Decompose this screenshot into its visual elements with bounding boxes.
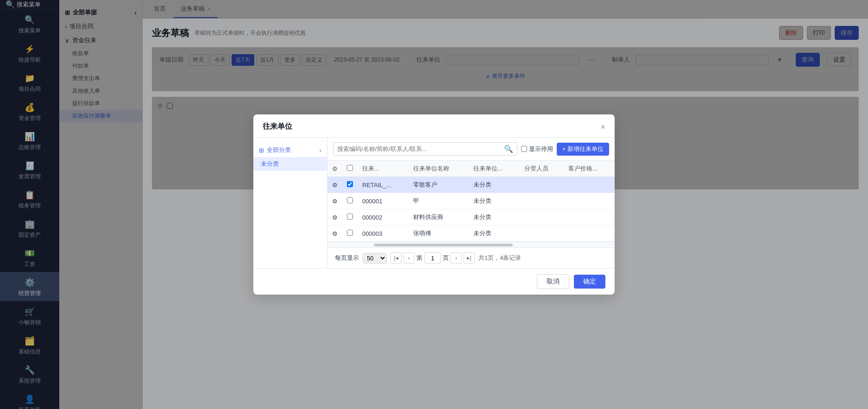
per-page-label: 每页显示 xyxy=(335,254,359,262)
partner-search-wrap: 🔍 xyxy=(333,142,517,156)
show-disabled-checkbox[interactable] xyxy=(521,146,527,152)
row-pricelevel xyxy=(564,193,615,209)
row-gear: ⚙ xyxy=(327,177,342,193)
row-salesperson xyxy=(520,209,564,226)
next-page-btn[interactable]: › xyxy=(451,252,462,264)
select-all-modal[interactable] xyxy=(347,165,353,171)
first-page-btn[interactable]: |◂ xyxy=(390,252,402,264)
category-uncategorized[interactable]: 未分类 xyxy=(253,157,327,171)
modal-category-panel: ⊞ 全部分类 ‹ 未分类 xyxy=(253,138,327,268)
row-salesperson xyxy=(520,193,564,209)
row-name: 材料供应商 xyxy=(409,209,469,226)
page-nav: |◂ ‹ 第 页 › ▸| xyxy=(390,252,475,264)
row-salesperson xyxy=(520,226,564,242)
row-code: RETAIL_... xyxy=(358,177,409,193)
col-salesperson-header: 分管人员 xyxy=(520,161,564,177)
row-category: 未分类 xyxy=(469,209,520,226)
row-category: 未分类 xyxy=(469,226,520,242)
row-category: 未分类 xyxy=(469,193,520,209)
table-header-row: ⚙ 往来... 往来单位名称 往来单位... xyxy=(327,161,615,177)
row-pricelevel xyxy=(564,209,615,226)
modal-title: 往来单位 xyxy=(263,122,292,132)
table-row[interactable]: ⚙ 000002 材料供应商 未分类 xyxy=(327,209,615,226)
col-gear: ⚙ xyxy=(327,161,342,177)
row-check[interactable] xyxy=(342,209,358,226)
row-name: 张萌傅 xyxy=(409,226,469,242)
scroll-thumb xyxy=(374,244,513,246)
table-row[interactable]: ⚙ 000001 甲 未分类 xyxy=(327,193,615,209)
search-icon-modal: 🔍 xyxy=(504,145,513,153)
modal-right-panel: 🔍 显示停用 + 新增往来单位 ⚙ xyxy=(327,138,615,268)
modal-body: ⊞ 全部分类 ‹ 未分类 🔍 显示停用 xyxy=(253,138,615,268)
show-disabled-wrap: 显示停用 xyxy=(521,145,553,153)
row-check[interactable] xyxy=(342,226,358,242)
partner-table: ⚙ 往来... 往来单位名称 往来单位... xyxy=(327,161,615,242)
total-info: 共1页，4条记录 xyxy=(478,254,521,262)
per-page-select[interactable]: 50 100 200 xyxy=(363,253,387,264)
row-gear: ⚙ xyxy=(327,209,342,226)
row-name: 甲 xyxy=(409,193,469,209)
collapse-modal-left-btn[interactable]: ‹ xyxy=(320,147,321,154)
row-pricelevel xyxy=(564,226,615,242)
row-code: 000003 xyxy=(358,226,409,242)
modal-search-bar: 🔍 显示停用 + 新增往来单位 xyxy=(327,138,615,161)
cancel-btn[interactable]: 取消 xyxy=(537,274,569,289)
col-code-header: 往来... xyxy=(358,161,409,177)
all-categories-btn[interactable]: ⊞ 全部分类 ‹ xyxy=(253,143,327,157)
modal-close-btn[interactable]: × xyxy=(600,123,605,131)
table-scrollbar[interactable] xyxy=(327,242,615,247)
table-row[interactable]: ⚙ RETAIL_... 零散客户 未分类 xyxy=(327,177,615,193)
row-pricelevel xyxy=(564,177,615,193)
page-label: 第 xyxy=(416,254,422,262)
add-partner-btn[interactable]: + 新增往来单位 xyxy=(557,143,609,156)
row-check[interactable] xyxy=(342,177,358,193)
prev-page-btn[interactable]: ‹ xyxy=(403,252,415,264)
col-check xyxy=(342,161,358,177)
modal-header: 往来单位 × xyxy=(253,114,615,138)
pagination: 每页显示 50 100 200 |◂ ‹ 第 页 › ▸| xyxy=(327,247,615,268)
row-code: 000001 xyxy=(358,193,409,209)
grid-icon-modal: ⊞ xyxy=(259,147,264,154)
row-name: 零散客户 xyxy=(409,177,469,193)
table-row[interactable]: ⚙ 000003 张萌傅 未分类 xyxy=(327,226,615,242)
confirm-btn[interactable]: 确定 xyxy=(574,275,605,289)
row-code: 000002 xyxy=(358,209,409,226)
row-gear: ⚙ xyxy=(327,193,342,209)
col-category-header: 往来单位... xyxy=(469,161,520,177)
page-num-input[interactable] xyxy=(424,252,441,264)
show-disabled-label: 显示停用 xyxy=(529,145,553,153)
partner-modal: 往来单位 × ⊞ 全部分类 ‹ 未分类 xyxy=(253,114,615,295)
row-gear: ⚙ xyxy=(327,226,342,242)
row-salesperson xyxy=(520,177,564,193)
col-name-header: 往来单位名称 xyxy=(409,161,469,177)
page-of-label: 页 xyxy=(443,254,449,262)
modal-footer: 取消 确定 xyxy=(253,268,615,295)
partner-search-input[interactable] xyxy=(337,145,502,152)
modal-backdrop: 往来单位 × ⊞ 全部分类 ‹ 未分类 xyxy=(0,0,868,409)
col-pricelevel-header: 客户价格... xyxy=(564,161,615,177)
last-page-btn[interactable]: ▸| xyxy=(464,252,475,264)
row-category: 未分类 xyxy=(469,177,520,193)
row-check[interactable] xyxy=(342,193,358,209)
